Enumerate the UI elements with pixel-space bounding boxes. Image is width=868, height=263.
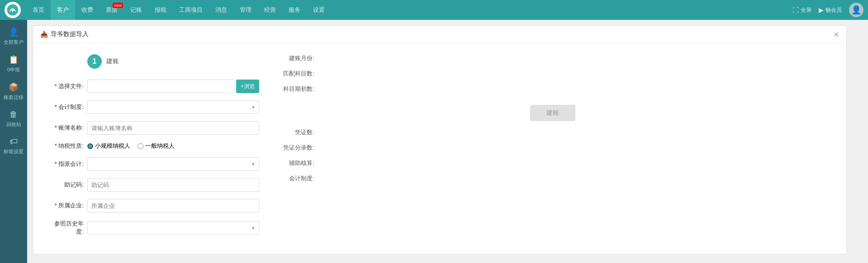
radio-group: 小规模纳税人 一般纳税人 — [87, 142, 259, 150]
form-row-ledger-name: * 账簿名称: — [51, 121, 259, 135]
info-row-period: 科目期初数: — [277, 85, 828, 93]
history-select-wrapper: ▼ — [87, 221, 259, 235]
fullscreen-btn[interactable]: ⛶ 全屏 — [792, 6, 811, 14]
form-row-accounting: * 会计制度: ▼ — [51, 100, 259, 114]
member-icon: ▶ — [819, 6, 824, 14]
nav-item-business[interactable]: 工商项目 — [173, 0, 209, 20]
info-row-month: 建账月份: — [277, 54, 828, 62]
avatar-icon: 👤 — [851, 5, 861, 15]
fullscreen-icon: ⛶ — [792, 6, 799, 14]
step-circle: 1 — [87, 54, 102, 69]
info-row-auxiliary: 辅助核算: — [277, 159, 828, 167]
accounting-select-wrapper: ▼ — [87, 100, 259, 114]
content-area: 📥 导爷数据导入 × 1 建账 * 选择文件: — [27, 20, 868, 263]
sidebar-item-all-customers[interactable]: 👤 全部客户 — [0, 23, 27, 49]
nav-item-service[interactable]: 服务 — [282, 0, 307, 20]
voucher-label: 凭证数: — [277, 128, 318, 136]
badge-new: new — [113, 3, 123, 8]
info-row-voucher-records: 凭证分录数: — [277, 144, 828, 152]
accountant-label: * 指派会计: — [51, 160, 87, 168]
accounting-select[interactable] — [87, 100, 259, 114]
form-row-company: * 所属企业: — [51, 199, 259, 212]
nav-items: 首页 客户 收费 票据 new 记账 报税 工商项目 消息 管理 经营 — [26, 0, 792, 20]
history-label: 参照历史年度: — [51, 220, 87, 236]
build-button[interactable]: 建账 — [530, 105, 575, 121]
step-header: 1 建账 — [87, 54, 259, 69]
top-nav: 首页 客户 收费 票据 new 记账 报税 工商项目 消息 管理 经营 — [0, 0, 868, 20]
svg-point-1 — [12, 9, 14, 12]
form-section: 1 建账 * 选择文件: +浏览 * 会计制度: — [51, 54, 259, 243]
all-customers-icon: 👤 — [9, 27, 19, 37]
form-row-tax: * 纳税性质: 小规模纳税人 一般纳税人 — [51, 142, 259, 150]
dialog-title: 导爷数据导入 — [51, 30, 89, 38]
radio-small[interactable]: 小规模纳税人 — [87, 142, 130, 150]
form-row-history: 参照历史年度: ▼ — [51, 220, 259, 236]
nav-item-ledger[interactable]: 记账 — [124, 0, 148, 20]
info-section: 建账月份: 匹配科目数: 科目期初数: 建账 — [259, 54, 828, 243]
nav-item-ticket[interactable]: 票据 new — [100, 0, 124, 20]
form-row-accountant: * 指派会计: ▼ — [51, 157, 259, 171]
info-row-match: 匹配科目数: — [277, 70, 828, 78]
nav-item-customer[interactable]: 客户 — [51, 0, 75, 20]
migration-icon: 📦 — [9, 82, 19, 92]
build-btn-area: 建账 — [277, 100, 828, 121]
import-icon: 📥 — [40, 31, 48, 38]
info-row-voucher: 凭证数: — [277, 128, 828, 136]
form-row-helper-code: 助记码: — [51, 178, 259, 192]
sidebar-item-declaration[interactable]: 📋 0申报 — [0, 51, 27, 77]
dialog-box: 📥 导爷数据导入 × 1 建账 * 选择文件: — [33, 25, 847, 254]
nav-item-tax[interactable]: 报税 — [148, 0, 173, 20]
history-select[interactable] — [87, 221, 259, 235]
sidebar-item-tag[interactable]: 🏷 标签设置 — [0, 133, 27, 159]
form-row-file: * 选择文件: +浏览 — [51, 80, 259, 93]
file-label: * 选择文件: — [51, 82, 87, 90]
nav-item-manage[interactable]: 管理 — [233, 0, 258, 20]
radio-general-input[interactable] — [138, 143, 143, 149]
month-label: 建账月份: — [277, 54, 318, 62]
nav-item-message[interactable]: 消息 — [209, 0, 233, 20]
accounting-system-label: 会计制度: — [277, 174, 318, 183]
auxiliary-label: 辅助核算: — [277, 159, 318, 167]
nav-item-home[interactable]: 首页 — [26, 0, 51, 20]
nav-item-operate[interactable]: 经营 — [258, 0, 282, 20]
accountant-select-wrapper: ▼ — [87, 157, 259, 171]
accountant-select[interactable] — [87, 157, 259, 171]
declaration-icon: 📋 — [9, 55, 19, 65]
radio-general[interactable]: 一般纳税人 — [138, 142, 175, 150]
nav-item-settings[interactable]: 设置 — [307, 0, 331, 20]
recycle-icon: 🗑 — [9, 110, 18, 119]
sidebar-item-recycle[interactable]: 🗑 回收站 — [0, 106, 27, 132]
sidebar: 👤 全部客户 📋 0申报 📦 账套迁移 🗑 回收站 🏷 标签设置 — [0, 20, 27, 263]
avatar[interactable]: 👤 — [849, 3, 863, 17]
voucher-records-label: 凭证分录数: — [277, 144, 318, 152]
ledger-name-input[interactable] — [87, 121, 259, 135]
helper-code-label: 助记码: — [51, 181, 87, 189]
main-layout: 👤 全部客户 📋 0申报 📦 账套迁移 🗑 回收站 🏷 标签设置 📥 导爷数据导… — [0, 20, 868, 263]
browse-button[interactable]: +浏览 — [236, 80, 259, 93]
helper-code-input[interactable] — [87, 178, 259, 192]
tag-icon: 🏷 — [9, 137, 18, 146]
file-input[interactable] — [87, 80, 234, 93]
file-input-group: +浏览 — [87, 80, 259, 93]
logo — [5, 2, 21, 18]
dialog-body: 1 建账 * 选择文件: +浏览 * 会计制度: — [33, 43, 846, 254]
match-label: 匹配科目数: — [277, 70, 318, 78]
close-button[interactable]: × — [834, 29, 839, 40]
tax-label: * 纳税性质: — [51, 142, 87, 150]
nav-right: ⛶ 全屏 ▶ 畅会员 👤 — [792, 3, 863, 17]
company-label: * 所属企业: — [51, 202, 87, 210]
ledger-name-label: * 账簿名称: — [51, 124, 87, 132]
info-row-accounting-system: 会计制度: — [277, 174, 828, 183]
accounting-label: * 会计制度: — [51, 103, 87, 111]
radio-small-input[interactable] — [87, 143, 93, 149]
nav-item-fee[interactable]: 收费 — [75, 0, 100, 20]
sidebar-item-migration[interactable]: 📦 账套迁移 — [0, 79, 27, 104]
step-label: 建账 — [106, 57, 119, 66]
period-label: 科目期初数: — [277, 85, 318, 93]
company-input[interactable] — [87, 199, 259, 212]
member-btn[interactable]: ▶ 畅会员 — [819, 6, 842, 14]
dialog-header: 📥 导爷数据导入 — [33, 26, 846, 43]
